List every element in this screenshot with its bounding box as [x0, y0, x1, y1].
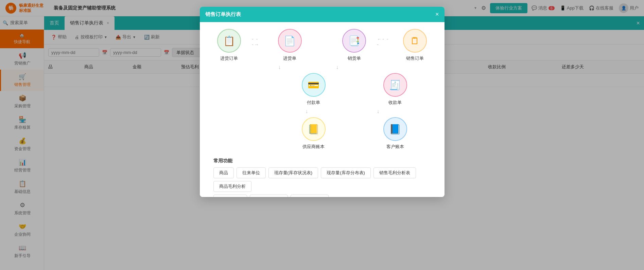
purchase-bill-circle: 📄 [278, 29, 302, 53]
flow-node-purchase-order: 📋 进货订单 [213, 29, 245, 61]
arrow-v-payment: ↓ [295, 108, 319, 114]
flow-node-payment: 💳 付款单 [297, 73, 331, 106]
receipt-circle: 🧾 [383, 73, 407, 97]
modal: 销售订单执行表 × 📋 进货订单 [200, 16, 445, 197]
flow-row-2: 💳 付款单 🧾 收款单 [213, 73, 431, 106]
common-function-buttons: 商品 往来单位 现存量(库存状况表) 现存量(库存分布表) 销售毛利分析表 商品… [213, 167, 431, 192]
purchase-bill-label: 进货单 [283, 55, 296, 61]
modal-overlay[interactable]: 销售订单执行表 × 📋 进货订单 [44, 16, 644, 270]
cf-btn-receipt-stats[interactable]: 收款情况统计 [250, 195, 288, 197]
modal-title: 销售订单执行表 [205, 16, 241, 18]
common-functions-title: 常用功能 [213, 158, 431, 164]
modal-body: 📋 进货订单 - - -→ 📄 [200, 22, 445, 197]
dashed-left-icon: ←- - - [377, 36, 392, 47]
flow-row-1: 📋 进货订单 - - -→ 📄 [213, 29, 431, 61]
cf-btn-stock-status[interactable]: 现存量(库存状况表) [268, 167, 318, 178]
arrow-v-sales-bill: ↓ [326, 64, 349, 70]
flow-arrows-row: ↓ ↓ [213, 64, 431, 70]
payment-label: 付款单 [307, 100, 320, 106]
sales-order-label: 销售订单 [406, 55, 424, 61]
sales-bill-icon: 📑 [348, 35, 360, 47]
flow-node-customer-account: 📘 客户账本 [378, 117, 412, 150]
purchase-bill-icon: 📄 [284, 35, 296, 47]
payment-icon: 💳 [308, 79, 319, 91]
purchase-order-label: 进货订单 [220, 55, 238, 61]
arrow-h1: - - -→ [252, 36, 267, 47]
sales-bill-circle: 📑 [342, 29, 366, 53]
supplier-account-icon: 📒 [308, 124, 319, 135]
modal-close-btn[interactable]: × [435, 16, 439, 18]
flow-arrows-row2: ↓ ↓ [213, 108, 431, 114]
sales-order-icon: 🗒 [410, 35, 420, 47]
cf-btn-sales-gross[interactable]: 销售毛利分析表 [373, 167, 416, 178]
cf-btn-product-gross[interactable]: 商品毛利分析 [213, 181, 251, 192]
supplier-account-label: 供应商账本 [302, 144, 325, 150]
flow-node-supplier-account: 📒 供应商账本 [297, 117, 331, 150]
sales-order-circle: 🗒 [403, 29, 427, 53]
cf-btn-partner[interactable]: 往来单位 [237, 167, 266, 178]
arrow-h2: ←- - - [377, 36, 392, 47]
purchase-order-icon: 📋 [223, 35, 235, 47]
flow-node-sales-order: 🗒 销售订单 [399, 29, 431, 61]
cf-btn-payment-stats[interactable]: 付款情况统计 [291, 195, 329, 197]
common-function-buttons-2: 销售排行榜 收款情况统计 付款情况统计 [213, 195, 431, 197]
modal-header: 销售订单执行表 × [200, 16, 445, 22]
receipt-icon: 🧾 [389, 79, 401, 91]
flow-row-3: 📒 供应商账本 📘 客户账本 [213, 117, 431, 150]
customer-account-label: 客户账本 [386, 144, 404, 150]
arrow-v-receipt: ↓ [366, 108, 390, 114]
flow-node-sales-bill: 📑 销货单 [338, 29, 370, 61]
dashed-right-icon: - - -→ [252, 36, 267, 47]
main-area: 🔍 搜索菜单 🏠 快捷导航 📢 营销推广 🛒 销售管理 📦 采购管理 🏪 [0, 16, 644, 270]
supplier-account-circle: 📒 [302, 117, 326, 141]
payment-circle: 💳 [302, 73, 326, 97]
cf-btn-sales-rank[interactable]: 销售排行榜 [213, 195, 247, 197]
sales-bill-label: 销货单 [348, 55, 361, 61]
cf-btn-stock-dist[interactable]: 现存量(库存分布表) [321, 167, 371, 178]
cf-btn-product[interactable]: 商品 [213, 167, 234, 178]
receipt-label: 收款单 [388, 100, 402, 106]
customer-account-circle: 📘 [383, 117, 407, 141]
purchase-order-circle: 📋 [217, 29, 241, 53]
app-container: 畅 畅康通好生意 标准版 装备及固定资产辅助管理系统 ▼ ⚙ 体验行业方案 💬 … [0, 0, 644, 270]
arrow-v-purchase-bill: ↓ [268, 64, 292, 70]
flow-diagram: 📋 进货订单 - - -→ 📄 [213, 29, 431, 152]
customer-account-icon: 📘 [389, 124, 401, 135]
flow-node-purchase-bill: 📄 进货单 [274, 29, 306, 61]
content-area: 首页 销售订单执行表 × × ❓ 帮助 🖨 按模板打印 [44, 16, 644, 270]
common-functions: 常用功能 商品 往来单位 现存量(库存状况表) 现存量(库存分布表) 销售毛利分… [213, 158, 431, 197]
flow-node-receipt: 🧾 收款单 [378, 73, 412, 106]
